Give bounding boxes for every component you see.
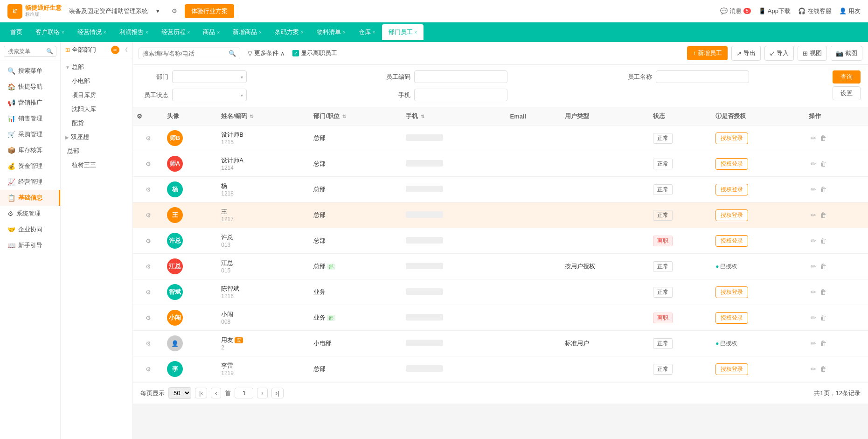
sidebar-item-资金管理[interactable]: 💰资金管理 (0, 158, 60, 174)
auth-btn[interactable]: 授权登录 (715, 312, 748, 324)
tab-close[interactable]: × (343, 30, 346, 35)
dept-child-植树王三[interactable]: 植树王三 (61, 158, 132, 172)
emp-name-input[interactable] (656, 70, 749, 83)
sidebar-item-采购管理[interactable]: 🛒采购管理 (0, 126, 60, 142)
navtab-新增商品[interactable]: 新增商品 × (226, 24, 268, 40)
delete-btn[interactable]: 🗑 (818, 262, 828, 271)
show-resigned-checkbox[interactable]: ✓ (292, 50, 299, 56)
dept-parent-总部[interactable]: 总部 (61, 144, 132, 158)
gear-btn[interactable]: ⚙ (168, 5, 181, 18)
col-dept[interactable]: 部门/职位 ⇅ (310, 107, 402, 125)
page-number-input[interactable] (235, 388, 253, 398)
dept-all-btn[interactable]: ⊞ 全部部门 (65, 46, 108, 54)
edit-btn[interactable]: ✏ (809, 185, 818, 194)
dept-child-项目库房[interactable]: 项目库房 (61, 88, 132, 102)
view-btn[interactable]: ⊞ 视图 (798, 46, 827, 61)
navtab-条码方案[interactable]: 条码方案 × (268, 24, 310, 40)
print-btn[interactable]: 📷 截图 (831, 46, 862, 61)
dept-child-小电部[interactable]: 小电部 (61, 74, 132, 88)
dept-select[interactable] (172, 70, 247, 83)
sidebar-item-库存核算[interactable]: 📦库存核算 (0, 142, 60, 158)
edit-btn[interactable]: ✏ (809, 133, 818, 143)
sidebar-item-企业协同[interactable]: 🤝企业协同 (0, 222, 60, 237)
phone-filter-input[interactable] (414, 89, 507, 101)
dept-parent-双座想[interactable]: ▶双座想 (61, 130, 132, 144)
system-dropdown-btn[interactable]: ▾ (152, 6, 164, 16)
online-service-action[interactable]: 🎧 在线客服 (798, 7, 832, 15)
navtab-仓库[interactable]: 仓库 × (352, 24, 382, 40)
edit-btn[interactable]: ✏ (809, 236, 818, 245)
col-phone[interactable]: 手机 ⇅ (402, 107, 506, 125)
export-btn[interactable]: ↗ 导出 (731, 46, 761, 61)
navtab-经营历程[interactable]: 经营历程 × (155, 24, 197, 40)
delete-btn[interactable]: 🗑 (818, 185, 828, 194)
sidebar-item-快捷导航[interactable]: 🏠快捷导航 (0, 79, 60, 95)
settings-btn[interactable]: 设置 (833, 86, 861, 100)
navtab-商品[interactable]: 商品 × (196, 24, 226, 40)
sidebar-item-系统管理[interactable]: ⚙系统管理 (0, 206, 60, 222)
edit-btn[interactable]: ✏ (809, 210, 818, 220)
tab-close[interactable]: × (373, 30, 375, 35)
auth-btn[interactable]: 授权登录 (715, 209, 748, 221)
sidebar-item-搜索菜单[interactable]: 🔍搜索菜单 (0, 63, 60, 79)
auth-btn[interactable]: 授权登录 (715, 235, 748, 247)
dept-collapse-btn[interactable]: 《 (122, 46, 128, 54)
edit-btn[interactable]: ✏ (809, 287, 818, 297)
dept-child-沈阳大库[interactable]: 沈阳大库 (61, 102, 132, 116)
auth-btn[interactable]: 授权登录 (715, 132, 748, 144)
import-btn[interactable]: ↙ 导入 (764, 46, 794, 61)
tab-close[interactable]: × (187, 30, 190, 35)
navtab-首页[interactable]: 首页 (4, 24, 29, 40)
delete-btn[interactable]: 🗑 (818, 159, 828, 168)
tab-close[interactable]: × (146, 30, 148, 35)
navtab-利润报告[interactable]: 利润报告 × (113, 24, 155, 40)
sidebar-item-经营管理[interactable]: 📈经营管理 (0, 174, 60, 190)
first-page-btn[interactable]: |‹ (195, 388, 207, 398)
tab-close[interactable]: × (415, 30, 417, 35)
sidebar-item-销售管理[interactable]: 📊销售管理 (0, 111, 60, 126)
prev-page-btn[interactable]: ‹ (211, 388, 221, 398)
edit-btn[interactable]: ✏ (809, 364, 818, 374)
message-action[interactable]: 💬 消息 5 (720, 7, 751, 15)
auth-btn[interactable]: 授权登录 (715, 286, 748, 298)
col-name[interactable]: 姓名/编码 ⇅ (217, 107, 310, 125)
trial-btn[interactable]: 体验行业方案 (185, 4, 234, 18)
delete-btn[interactable]: 🗑 (818, 210, 828, 220)
add-employee-btn[interactable]: + 新增员工 (687, 46, 728, 60)
tab-close[interactable]: × (62, 30, 64, 35)
app-download-action[interactable]: 📱 App下载 (758, 7, 791, 15)
delete-btn[interactable]: 🗑 (818, 313, 828, 322)
delete-btn[interactable]: 🗑 (818, 133, 828, 143)
auth-btn[interactable]: 授权登录 (715, 363, 748, 375)
navtab-经营情况[interactable]: 经营情况 × (71, 24, 113, 40)
navtab-客户联络[interactable]: 客户联络 × (29, 24, 71, 40)
delete-btn[interactable]: 🗑 (818, 339, 828, 348)
delete-btn[interactable]: 🗑 (818, 236, 828, 245)
tab-close[interactable]: × (104, 30, 106, 35)
edit-btn[interactable]: ✏ (809, 159, 818, 168)
tab-close[interactable]: × (217, 30, 220, 35)
emp-status-select[interactable] (172, 89, 247, 101)
emp-code-input[interactable] (414, 70, 507, 83)
auth-btn[interactable]: 授权登录 (715, 158, 748, 170)
next-page-btn[interactable]: › (257, 388, 267, 398)
edit-btn[interactable]: ✏ (809, 339, 818, 348)
query-btn[interactable]: 查询 (833, 70, 861, 84)
sidebar-item-营销推广[interactable]: 📢营销推广 (0, 95, 60, 111)
edit-btn[interactable]: ✏ (809, 313, 818, 322)
search-input[interactable] (143, 50, 227, 57)
sidebar-item-新手引导[interactable]: 📖新手引导 (0, 237, 60, 253)
last-page-btn[interactable]: ›| (271, 388, 284, 398)
user-action[interactable]: 👤 用友 (839, 7, 861, 15)
navtab-部门员工[interactable]: 部门员工 × (382, 24, 424, 40)
sidebar-item-基础信息[interactable]: 📋基础信息 (0, 190, 60, 206)
auth-btn[interactable]: 授权登录 (715, 184, 748, 195)
page-size-select[interactable]: 50 (168, 387, 191, 399)
dept-edit-badge[interactable]: ✏ (111, 46, 119, 54)
delete-btn[interactable]: 🗑 (818, 364, 828, 374)
dept-child-配货[interactable]: 配货 (61, 116, 132, 130)
tab-close[interactable]: × (301, 30, 304, 35)
dept-parent-总部[interactable]: ▼总部 (61, 60, 132, 74)
edit-btn[interactable]: ✏ (809, 262, 818, 271)
filter-more-btn[interactable]: ▽ 更多条件 ∧ (244, 47, 289, 59)
